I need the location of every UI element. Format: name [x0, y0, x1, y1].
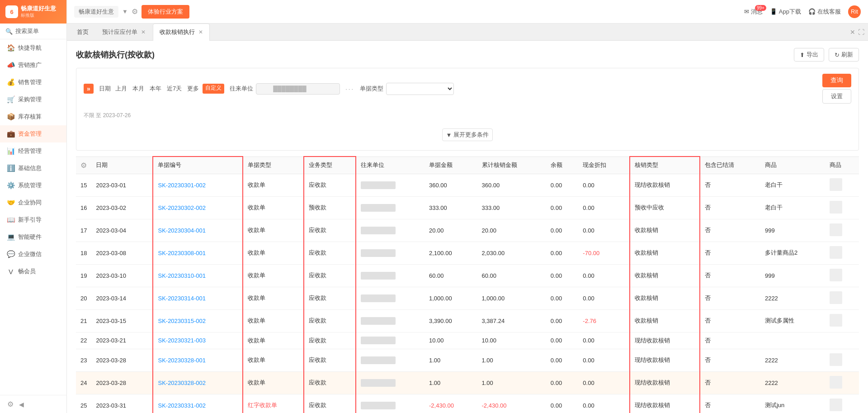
sidebar-item-system[interactable]: ⚙️ 系统管理: [0, 177, 66, 194]
bill-no-link[interactable]: SK-20230328-001: [158, 357, 206, 364]
settings-icon[interactable]: ⚙: [7, 400, 14, 408]
date-btn-last-month[interactable]: 上月: [113, 84, 129, 94]
bill-no-link[interactable]: SK-20230301-002: [158, 182, 206, 189]
cell-bill-type: 收款单: [243, 332, 304, 349]
th-goods2: 商品: [825, 157, 859, 174]
cell-num: 21: [76, 309, 91, 332]
cell-num: 15: [76, 174, 91, 196]
cell-date: 2023-03-14: [91, 287, 153, 309]
tab-close-all-icon[interactable]: ✕: [850, 28, 855, 36]
tab-receivable[interactable]: 预计应应付单 ✕: [96, 24, 152, 41]
message-badge: 99+: [755, 5, 766, 11]
table-header: ⚙ 日期 单据编号 单据类型 业务类型 往来单位 单据金额 累计核销金额 余额 …: [76, 157, 859, 174]
export-btn[interactable]: ⬆ 导出: [794, 48, 824, 62]
tab-collection[interactable]: 收款核销执行 ✕: [153, 24, 210, 41]
settings-gear-icon[interactable]: ⚙: [132, 7, 138, 16]
filter-expand-btn[interactable]: »: [84, 84, 94, 94]
bill-no-link[interactable]: SK-20230310-001: [158, 272, 206, 279]
cell-biz-type: 应收款: [304, 219, 356, 242]
partner-input[interactable]: [256, 83, 340, 95]
cell-verify-type: 预收中应收: [630, 196, 700, 219]
home-icon: 🏠: [7, 44, 14, 52]
cell-discount: -70.00: [578, 242, 629, 264]
bill-no-link[interactable]: SK-20230331-002: [158, 402, 206, 409]
cell-discount: 0.00: [578, 332, 629, 349]
sidebar-item-wechat[interactable]: 💬 企业微信: [0, 246, 66, 263]
message-btn[interactable]: ✉ 消息 99+: [744, 8, 763, 16]
cell-goods2: [825, 371, 859, 394]
collapse-icon[interactable]: ◀: [19, 401, 24, 408]
user-avatar[interactable]: Rit: [848, 5, 861, 18]
cell-discount: 0.00: [578, 174, 629, 196]
sidebar-nav: 🏠 快捷导航 📣 营销推广 💰 销售管理 🛒 采购管理 📦 库存核算 💼 资金管…: [0, 39, 66, 395]
app-download-btn[interactable]: 📱 App下载: [770, 8, 801, 16]
query-btn[interactable]: 查询: [822, 74, 851, 87]
date-custom-btn[interactable]: 自定义: [203, 84, 224, 94]
sidebar-item-guide[interactable]: 📖 新手引导: [0, 211, 66, 228]
cell-num: 25: [76, 394, 91, 413]
sidebar-search[interactable]: 🔍 搜索菜单: [0, 24, 66, 39]
sidebar-item-marketing[interactable]: 📣 营销推广: [0, 57, 66, 74]
sidebar-item-operation[interactable]: 📊 经营管理: [0, 142, 66, 160]
sidebar-item-member[interactable]: V 畅会员: [0, 263, 66, 280]
cell-biz-type: 应收款: [304, 287, 356, 309]
bill-no-link[interactable]: SK-20230328-002: [158, 380, 206, 386]
sidebar-item-finance[interactable]: 💼 资金管理: [0, 125, 66, 142]
receipt-type-select[interactable]: [386, 83, 454, 95]
table-row: 22 2023-03-21 SK-20230321-003 收款单 应收款 ██…: [76, 332, 859, 349]
settings-btn[interactable]: 设置: [822, 89, 851, 104]
cell-accum: 360.00: [477, 174, 546, 196]
purchase-icon: 🛒: [7, 96, 14, 103]
cell-accum: 333.00: [477, 196, 546, 219]
filter-row1: » 日期 上月 本月 本年 近7天 更多 自定义 往来单位: [84, 74, 851, 104]
cell-bill-no: SK-20230328-002: [153, 371, 242, 394]
cell-bill-type: 收款单: [243, 174, 304, 196]
bill-no-link[interactable]: SK-20230321-003: [158, 337, 206, 344]
cell-date: 2023-03-10: [91, 264, 153, 287]
online-service-btn[interactable]: 🎧 在线客服: [808, 8, 841, 16]
table-row: 16 2023-03-02 SK-20230302-002 收款单 预收款 ██…: [76, 196, 859, 219]
fullscreen-icon[interactable]: ⛶: [858, 28, 864, 36]
cell-balance: 0.00: [546, 309, 579, 332]
date-btn-7days[interactable]: 近7天: [165, 84, 184, 94]
topbar-right: ✉ 消息 99+ 📱 App下载 🎧 在线客服 Rit: [744, 5, 861, 18]
sidebar-item-sales[interactable]: 💰 销售管理: [0, 74, 66, 91]
company-selector[interactable]: 畅康道好生意: [74, 6, 118, 18]
bill-no-link[interactable]: SK-20230315-002: [158, 318, 206, 324]
sidebar-item-basic[interactable]: ℹ️ 基础信息: [0, 160, 66, 177]
cell-bill-no: SK-20230304-001: [153, 219, 242, 242]
sidebar-item-cooperation[interactable]: 🤝 企业协同: [0, 194, 66, 211]
refresh-btn[interactable]: ↻ 刷新: [829, 48, 859, 62]
sidebar-item-hardware[interactable]: 💻 智能硬件: [0, 228, 66, 246]
tab-home-label: 首页: [77, 28, 89, 36]
sidebar-item-purchase[interactable]: 🛒 采购管理: [0, 91, 66, 108]
date-btn-this-year[interactable]: 本年: [148, 84, 163, 94]
cell-included: 否: [700, 174, 760, 196]
tab-receivable-close[interactable]: ✕: [141, 29, 146, 35]
column-settings-icon[interactable]: ⚙: [80, 161, 87, 169]
bill-no-link[interactable]: SK-20230302-002: [158, 204, 206, 211]
dropdown-chevron-icon[interactable]: ▼: [122, 8, 128, 15]
table-container: ⚙ 日期 单据编号 单据类型 业务类型 往来单位 单据金额 累计核销金额 余额 …: [76, 156, 859, 413]
bill-no-link[interactable]: SK-20230308-001: [158, 250, 206, 256]
filter-expand-more-btn[interactable]: ▼ 展开更多条件: [442, 128, 493, 141]
cell-accum: 10.00: [477, 332, 546, 349]
cell-num: 17: [76, 219, 91, 242]
bill-no-link[interactable]: SK-20230314-001: [158, 295, 206, 302]
cell-goods2: [825, 219, 859, 242]
solution-btn[interactable]: 体验行业方案: [142, 5, 189, 19]
date-btn-this-month[interactable]: 本月: [131, 84, 146, 94]
tab-collection-close[interactable]: ✕: [198, 29, 203, 35]
date-btn-more[interactable]: 更多: [185, 84, 201, 94]
filter-expand-row: ▼ 展开更多条件: [84, 128, 851, 145]
bill-no-link[interactable]: SK-20230304-001: [158, 227, 206, 234]
logo-text: 畅康道好生意: [21, 5, 56, 12]
cell-goods2: [825, 309, 859, 332]
date-range-display: 不限 至 2023-07-26: [84, 112, 131, 119]
cell-discount: 0.00: [578, 264, 629, 287]
cell-partner: ████: [356, 371, 425, 394]
sidebar-item-inventory[interactable]: 📦 库存核算: [0, 108, 66, 125]
sidebar-item-quicknav[interactable]: 🏠 快捷导航: [0, 39, 66, 57]
filter-bar: » 日期 上月 本月 本年 近7天 更多 自定义 往来单位: [76, 68, 859, 151]
tab-home[interactable]: 首页: [71, 24, 95, 41]
